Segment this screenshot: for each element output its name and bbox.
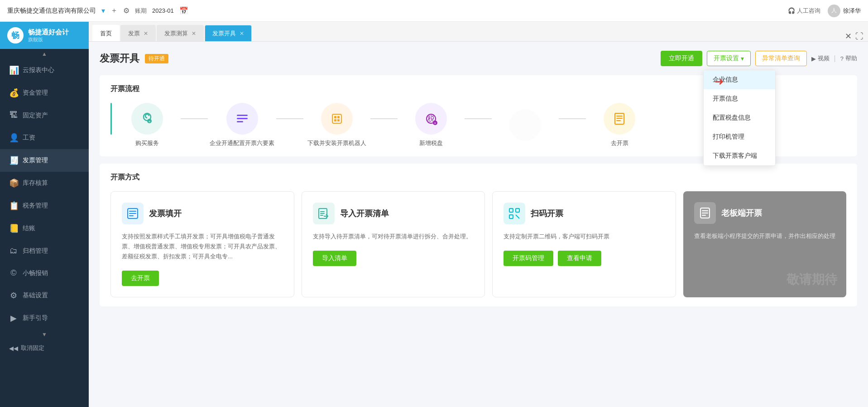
dropdown-item-printer[interactable]: 打印机管理 [704,127,775,146]
flow-step-0[interactable]: + 购买服务 [115,103,179,147]
sidebar-item-guidang[interactable]: 🗂 归档管理 [0,240,89,262]
avatar: 人 [828,5,840,17]
tab-invoice-calc-close[interactable]: ✕ [192,30,196,37]
user-menu[interactable]: 人 徐泽华 [828,5,861,17]
question-icon: ? [840,55,844,62]
play-icon: ▶ [811,55,816,62]
method-fill-desc: 支持按照发票样式手工填开发票；可开具增值税电子普通发票、增值税普通发票、增值税专… [122,232,283,262]
sidebar-item-label: 新手引导 [23,314,48,322]
svg-rect-21 [129,213,136,214]
svg-rect-8 [337,116,340,118]
tab-invoice-issue[interactable]: 发票开具 ✕ [205,25,252,41]
tax-icon: 📋 [9,201,18,211]
sidebar-item-gudingzichan[interactable]: 🏗 固定资产 [0,104,89,126]
scan-code-mgmt-button[interactable]: 开票码管理 [504,251,553,266]
svg-rect-26 [509,215,513,218]
sidebar-item-label: 基础设置 [23,291,48,300]
chart-icon: 📊 [9,65,18,75]
tab-invoice-close[interactable]: ✕ [144,30,148,37]
config-icon: ⚙ [9,291,18,300]
book-icon: 📒 [9,223,18,233]
flow-step-2[interactable]: 下载并安装开票机器人 [305,103,369,147]
logo-sub: 旗舰版 [28,36,69,43]
activate-button[interactable]: 立即开通 [661,51,702,66]
sidebar-item-label: 库存核算 [23,179,48,187]
tab-invoice[interactable]: 发票 ✕ [120,25,156,41]
sidebar-item-label: 资金管理 [23,89,48,97]
flow-step-1[interactable]: 企业开通配置开票六要素 [210,103,274,147]
svg-rect-25 [516,208,519,212]
method-card-scan: 扫码开票 支持定制开票二维码，客户端可扫码开票 开票码管理 查看申请 [492,191,676,297]
settings-dropdown-button[interactable]: 开票设置 ▾ [707,51,751,66]
sidebar-item-yunbao[interactable]: 📊 云报表中心 [0,59,89,82]
settings-icon[interactable]: ⚙ [123,6,129,15]
sidebar-item-gongzi[interactable]: 👤 工资 [0,126,89,149]
fill-invoice-button[interactable]: 去开票 [122,271,159,286]
headphone-icon: 🎧 [788,7,795,14]
sidebar-item-label: 云报表中心 [23,66,54,74]
method-section: 开票方式 发票填开 支持按照发票样式手工填开发票；可开具增值税电子普通发票、增值… [100,164,857,306]
dropdown-arrow-icon[interactable]: ▾ [101,6,105,15]
sidebar-item-zijin[interactable]: 💰 资金管理 [0,82,89,104]
sidebar-item-label: 小畅报销 [23,269,48,277]
scan-view-apply-button[interactable]: 查看申请 [558,251,601,266]
tab-invoice-calc-label: 发票测算 [164,29,188,38]
dropdown-item-download[interactable]: 下载开票客户端 [704,146,775,165]
sidebar-item-xinshouyindao[interactable]: ▶ 新手引导 [0,307,89,329]
sidebar-item-kucun[interactable]: 📦 库存核算 [0,172,89,194]
tab-invoice-calc[interactable]: 发票测算 ✕ [157,25,204,41]
flow-step-label-1: 企业开通配置开票六要素 [210,139,274,147]
step-icon-1 [226,103,258,135]
cancel-pin-button[interactable]: ◀◀ 取消固定 [0,339,89,357]
support-button[interactable]: 🎧 人工咨询 [788,7,820,15]
maximize-tab-action[interactable]: ⛶ [855,32,863,41]
svg-text:+: + [434,121,436,126]
sidebar-item-shuiwu[interactable]: 📋 税务管理 [0,194,89,217]
sidebar-item-xiaochang[interactable]: © 小畅报销 [0,262,89,284]
anomaly-button[interactable]: 异常清单查询 [755,51,807,66]
flow-step-3[interactable]: 税+ 新增税盘 [399,103,463,147]
method-scan-desc: 支持定制开票二维码，客户端可扫码开票 [504,232,665,242]
period-value: 2023-01 [152,7,174,14]
svg-rect-10 [337,119,340,121]
add-icon[interactable]: ＋ [110,6,118,15]
dropdown-item-invoice-info[interactable]: 开票信息 [704,89,775,108]
step-icon-4 [604,103,635,135]
flow-step-4[interactable]: 去开票 [588,103,651,147]
svg-rect-4 [237,118,248,119]
content-area: 首页 发票 ✕ 发票测算 ✕ 发票开具 ✕ ✕ ⛶ [89,22,868,407]
tab-home[interactable]: 首页 [92,25,120,41]
help-button[interactable]: ? 帮助 [840,54,857,63]
close-tab-action[interactable]: ✕ [845,31,852,41]
svg-rect-9 [334,119,336,121]
method-icon-scan [504,203,525,224]
method-import-desc: 支持导入待开票清单，可对待开票清单进行拆分、合并处理。 [313,232,474,242]
method-card-import: 导入开票清单 支持导入待开票清单，可对待开票清单进行拆分、合并处理。 导入清单 [302,191,485,297]
video-button[interactable]: ▶ 视频 [811,54,830,63]
status-badge: 待开通 [145,54,168,63]
pin-icon: ◀◀ [9,345,18,352]
archive-icon: 🗂 [9,246,18,256]
flow-step-label-2: 下载并安装开票机器人 [307,139,366,147]
step-divider-1 [276,118,303,119]
scroll-down-indicator[interactable]: ▼ [0,329,89,339]
method-icon-import [313,203,335,224]
settings-button-label: 开票设置 [714,54,739,63]
period-label: 账期 [135,7,147,15]
svg-rect-30 [702,213,708,213]
calendar-icon[interactable]: 📅 [179,6,188,15]
chevron-down-icon: ▾ [741,55,744,62]
import-list-button[interactable]: 导入清单 [313,251,356,266]
sidebar-item-jichushezhi[interactable]: ⚙ 基础设置 [0,284,89,307]
method-icon-fill [122,203,144,224]
tab-invoice-issue-close[interactable]: ✕ [240,30,244,37]
logo-icon: 畅 [7,27,24,44]
method-boss-title: 老板端开票 [721,208,762,218]
logo-text: 畅捷通好会计 [28,28,69,36]
sidebar-item-jiezhang[interactable]: 📒 结账 [0,217,89,240]
dropdown-item-taxdisk[interactable]: 配置税盘信息 [704,108,775,127]
sidebar-item-fapiao[interactable]: 🧾 发票管理 [0,149,89,172]
header-actions: 立即开通 开票设置 ▾ 异常清单查询 ▶ 视频 | ? 帮助 [661,51,857,66]
tab-home-label: 首页 [100,29,112,38]
company-name[interactable]: 重庆畅捷交通信息咨询有限公司 [7,7,96,15]
